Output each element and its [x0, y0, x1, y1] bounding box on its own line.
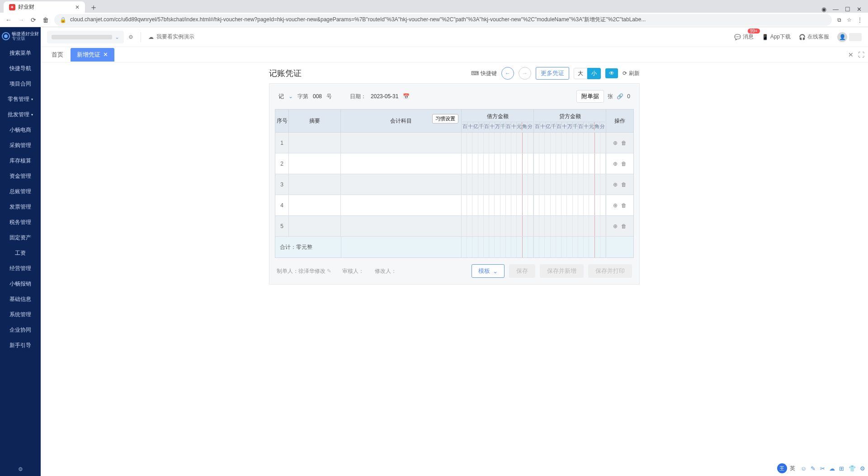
credit-cell[interactable] — [534, 216, 606, 236]
insert-row-icon[interactable]: ⊕ — [613, 223, 618, 229]
table-row[interactable]: 4⊕🗑 — [275, 195, 633, 216]
tray-icon[interactable]: ✂ — [820, 465, 825, 472]
forward-icon[interactable]: → — [18, 16, 24, 24]
address-bar[interactable]: 🔒 cloud.chanjet.com/cc/u6d89qwnryel/57bf… — [54, 14, 832, 26]
account-icon[interactable]: ◉ — [821, 6, 826, 13]
sidebar-item[interactable]: 税务管理 — [0, 214, 41, 230]
save-and-new-button[interactable]: 保存并新增 — [540, 264, 584, 278]
sidebar-item[interactable]: 快捷导航 — [0, 61, 41, 76]
demo-link[interactable]: ☁ 我要看实例演示 — [148, 33, 194, 41]
more-vouchers-button[interactable]: 更多凭证 — [536, 67, 569, 80]
sidebar-item[interactable]: 零售管理 — [0, 91, 41, 107]
close-tab-icon[interactable]: ✕ — [75, 4, 80, 10]
minimize-icon[interactable]: ― — [833, 6, 839, 13]
settings-icon[interactable]: ⚙ — [0, 462, 41, 476]
sidebar-item[interactable]: 新手引导 — [0, 338, 41, 353]
tab-home[interactable]: 首页 — [45, 48, 70, 62]
insert-row-icon[interactable]: ⊕ — [613, 181, 618, 188]
summary-cell[interactable] — [289, 174, 341, 195]
sidebar-item[interactable]: 企业协同 — [0, 322, 41, 338]
sidebar-item[interactable]: 发票管理 — [0, 199, 41, 214]
subject-cell[interactable] — [341, 133, 462, 153]
subject-cell[interactable] — [341, 216, 462, 236]
delete-row-icon[interactable]: 🗑 — [621, 161, 627, 167]
chevron-down-icon[interactable]: ⌄ — [288, 93, 293, 100]
close-all-tabs-icon[interactable]: ✕ — [848, 51, 854, 58]
table-row[interactable]: 3⊕🗑 — [275, 174, 633, 195]
size-small-button[interactable]: 小 — [587, 68, 601, 79]
gear-icon[interactable]: ⚙ — [128, 34, 133, 40]
fullscreen-icon[interactable]: ⛶ — [858, 51, 864, 58]
bookmark-icon[interactable]: ☆ — [847, 17, 852, 23]
save-button[interactable]: 保存 — [509, 264, 535, 278]
back-icon[interactable]: ← — [5, 16, 12, 24]
maximize-icon[interactable]: ☐ — [845, 6, 850, 13]
next-voucher-button[interactable]: → — [519, 67, 531, 80]
user-menu[interactable]: 👤 — [837, 32, 862, 42]
debit-cell[interactable] — [462, 153, 534, 174]
credit-cell[interactable] — [534, 174, 606, 195]
prev-voucher-button[interactable]: ← — [501, 67, 514, 80]
tray-icon[interactable]: ⊞ — [839, 465, 844, 472]
shortcut-link[interactable]: ⌨ 快捷键 — [471, 70, 497, 77]
insert-row-icon[interactable]: ⊕ — [613, 202, 618, 209]
debit-cell[interactable] — [462, 195, 534, 215]
debit-cell[interactable] — [462, 174, 534, 195]
sidebar-item[interactable]: 经营管理 — [0, 261, 41, 276]
debit-cell[interactable] — [462, 216, 534, 236]
voucher-type[interactable]: 记 — [278, 93, 284, 100]
sidebar-item[interactable]: 项目合同 — [0, 76, 41, 91]
size-toggle[interactable]: 大 小 — [574, 68, 601, 79]
habit-settings-button[interactable]: 习惯设置 — [432, 114, 458, 124]
attach-doc-button[interactable]: 附单据 — [576, 90, 604, 103]
tray-icon[interactable]: ☺ — [801, 465, 807, 472]
sidebar-item[interactable]: 工资 — [0, 245, 41, 261]
window-close-icon[interactable]: ✕ — [857, 6, 862, 13]
attachment-icon[interactable]: 🔗 — [617, 93, 623, 100]
messages-button[interactable]: 💬 消息 99+ — [734, 33, 754, 41]
insert-row-icon[interactable]: ⊕ — [613, 140, 618, 146]
sidebar-item[interactable]: 总账管理 — [0, 184, 41, 199]
ime-lang[interactable]: 英 — [790, 465, 795, 472]
org-selector[interactable]: ⌄ — [47, 31, 124, 43]
table-row[interactable]: 1⊕🗑 — [275, 133, 633, 153]
app-download-button[interactable]: 📱 App下载 — [762, 33, 791, 41]
browser-tab[interactable]: ✦ 好业财 ✕ — [4, 1, 85, 13]
tray-icon[interactable]: ✎ — [811, 465, 816, 472]
close-tab-icon[interactable]: ✕ — [103, 51, 108, 58]
subject-cell[interactable] — [341, 174, 462, 195]
credit-cell[interactable] — [534, 195, 606, 215]
tab-new-voucher[interactable]: 新增凭证 ✕ — [71, 48, 114, 62]
support-button[interactable]: 🎧 在线客服 — [799, 33, 829, 41]
tray-icon[interactable]: ⚙ — [860, 465, 865, 472]
table-row[interactable]: 2⊕🗑 — [275, 153, 633, 174]
subject-cell[interactable] — [341, 195, 462, 215]
tray-icon[interactable]: ☁ — [829, 465, 835, 472]
debit-cell[interactable] — [462, 133, 534, 153]
edit-maker-icon[interactable]: ✎ — [327, 268, 331, 274]
sidebar-item[interactable]: 基础信息 — [0, 291, 41, 307]
delete-row-icon[interactable]: 🗑 — [621, 181, 627, 188]
sidebar-item[interactable]: 小畅报销 — [0, 276, 41, 291]
credit-cell[interactable] — [534, 133, 606, 153]
refresh-button[interactable]: ⟳ 刷新 — [623, 70, 640, 77]
credit-cell[interactable] — [534, 153, 606, 174]
voucher-date[interactable]: 2023-05-31 — [371, 93, 398, 100]
summary-cell[interactable] — [289, 195, 341, 215]
sidebar-item[interactable]: 采购管理 — [0, 138, 41, 153]
calendar-icon[interactable]: 📅 — [403, 93, 410, 100]
insert-row-icon[interactable]: ⊕ — [613, 161, 618, 167]
delete-row-icon[interactable]: 🗑 — [621, 202, 627, 209]
preview-button[interactable]: 👁 — [605, 68, 618, 78]
sidebar-item[interactable]: 搜索菜单 — [0, 45, 41, 61]
summary-cell[interactable] — [289, 216, 341, 236]
summary-cell[interactable] — [289, 133, 341, 153]
voucher-number[interactable]: 008 — [313, 93, 322, 100]
sidebar-item[interactable]: 库存核算 — [0, 153, 41, 168]
delete-row-icon[interactable]: 🗑 — [621, 223, 627, 229]
sidebar-item[interactable]: 固定资产 — [0, 230, 41, 245]
tray-icon[interactable]: 👕 — [849, 465, 856, 472]
browser-menu-icon[interactable]: ⋮ — [857, 17, 863, 23]
template-button[interactable]: 模板 ⌄ — [472, 264, 505, 278]
table-row[interactable]: 5⊕🗑 — [275, 216, 633, 237]
